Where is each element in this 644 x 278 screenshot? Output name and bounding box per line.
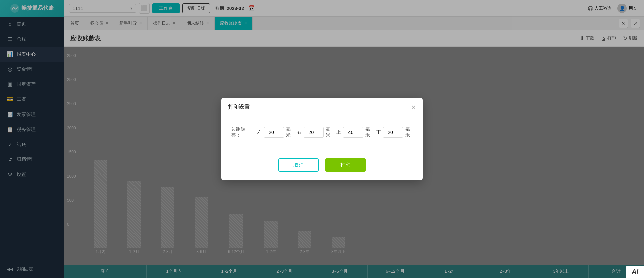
cancel-button[interactable]: 取消 xyxy=(278,158,319,172)
modal-header: 打印设置 ✕ xyxy=(221,98,423,116)
margin-bottom-group: 下 毫米 xyxy=(376,126,413,138)
left-margin-input[interactable] xyxy=(264,127,284,138)
margin-top-group: 上 毫米 xyxy=(336,126,373,138)
bottom-margin-input[interactable] xyxy=(383,127,403,138)
margin-settings-row: 边距调整： 左 毫米 右 毫米 上 毫米 下 xyxy=(231,126,413,138)
top-margin-input[interactable] xyxy=(343,127,363,138)
margin-left-group: 左 毫米 xyxy=(257,126,293,138)
right-label: 右 xyxy=(297,129,302,135)
top-label: 上 xyxy=(336,129,341,135)
left-unit: 毫米 xyxy=(286,126,293,138)
margin-label: 边距调整： xyxy=(231,126,254,138)
top-unit: 毫米 xyxy=(365,126,373,138)
modal-body: 边距调整： 左 毫米 右 毫米 上 毫米 下 xyxy=(221,116,423,155)
left-label: 左 xyxy=(257,129,262,135)
right-unit: 毫米 xyxy=(326,126,333,138)
modal-title: 打印设置 xyxy=(228,103,411,111)
ai-badge-text: Ai xyxy=(632,268,638,275)
modal-overlay: 打印设置 ✕ 边距调整： 左 毫米 右 毫米 上 毫米 xyxy=(0,0,644,278)
print-confirm-button[interactable]: 打印 xyxy=(325,158,366,172)
right-margin-input[interactable] xyxy=(304,127,324,138)
bottom-unit: 毫米 xyxy=(405,126,413,138)
modal-footer: 取消 打印 xyxy=(221,155,423,180)
ai-badge: Ai xyxy=(626,266,644,278)
modal-close-button[interactable]: ✕ xyxy=(411,104,416,110)
bottom-label: 下 xyxy=(376,129,381,135)
margin-right-group: 右 毫米 xyxy=(297,126,333,138)
print-settings-modal: 打印设置 ✕ 边距调整： 左 毫米 右 毫米 上 毫米 xyxy=(221,98,423,180)
